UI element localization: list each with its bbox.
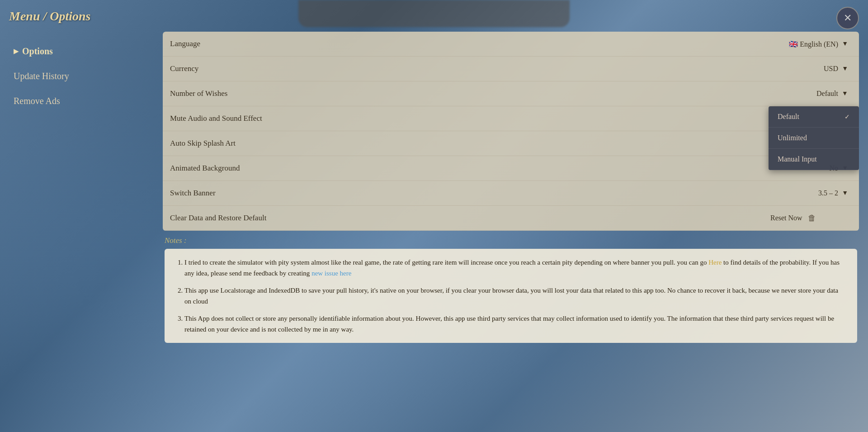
option-label-switch-banner: Switch Banner (170, 189, 770, 198)
option-row-auto-skip[interactable]: Auto Skip Splash Art (163, 131, 859, 156)
reset-now-text: Reset Now (770, 214, 802, 222)
option-value-clear-data[interactable]: Reset Now 🗑 (770, 214, 852, 223)
option-row-clear-data[interactable]: Clear Data and Restore Default Reset Now… (163, 206, 859, 231)
option-row-animated-bg[interactable]: Animated Background No ▼ (163, 156, 859, 181)
note-item-2: This app use Localstorage and IndexedDB … (184, 285, 846, 307)
options-rows-wrap: Language 🇬🇧 English (EN) ▼ Currency USD … (163, 32, 859, 231)
sidebar-label-options: Options (22, 46, 53, 57)
sidebar-arrow-options: ▶ (14, 47, 19, 55)
note-2-text: This app use Localstorage and IndexedDB … (184, 287, 838, 305)
note-1-link-new-issue[interactable]: new issue here (311, 270, 351, 277)
option-label-mute-audio: Mute Audio and Sound Effect (170, 114, 770, 123)
sidebar-item-remove-ads[interactable]: Remove Ads (5, 90, 149, 112)
number-of-wishes-dropdown-arrow: ▲ (842, 90, 848, 97)
note-1-link-here[interactable]: Here (708, 259, 722, 266)
option-label-clear-data: Clear Data and Restore Default (170, 214, 770, 223)
dropdown-item-unlimited[interactable]: Unlimited (769, 128, 859, 149)
dropdown-item-default-label: Default (778, 113, 799, 121)
currency-value-text: USD (824, 65, 838, 72)
option-row-number-of-wishes[interactable]: Number of Wishes Default ▲ Default ✓ Unl… (163, 81, 859, 106)
trash-icon: 🗑 (808, 214, 816, 223)
notes-box: I tried to create the simulator with pit… (165, 249, 857, 343)
close-icon: ✕ (844, 12, 852, 24)
option-label-auto-skip: Auto Skip Splash Art (170, 139, 770, 148)
option-label-animated-bg: Animated Background (170, 164, 770, 173)
options-panel: Language 🇬🇧 English (EN) ▼ Currency USD … (154, 32, 868, 432)
title-bar: Menu / Options (9, 9, 91, 24)
notes-list: I tried to create the simulator with pit… (175, 257, 846, 335)
dropdown-item-unlimited-label: Unlimited (778, 134, 807, 142)
dropdown-item-manual-input-label: Manual Input (778, 155, 817, 163)
option-value-currency[interactable]: USD ▼ (770, 65, 852, 73)
main-content: ▶ Options Update History Remove Ads Lang… (0, 32, 868, 432)
notes-section: Notes : I tried to create the simulator … (163, 236, 859, 343)
option-label-currency: Currency (170, 64, 770, 73)
number-of-wishes-dropdown-popup: Default ✓ Unlimited Manual Input (769, 106, 859, 170)
close-button[interactable]: ✕ (836, 7, 859, 29)
note-1-text-before: I tried to create the simulator with pit… (184, 259, 708, 266)
number-of-wishes-value-text: Default (816, 90, 838, 97)
page-title: Menu / Options (9, 9, 91, 24)
option-row-mute-audio[interactable]: Mute Audio and Sound Effect (163, 106, 859, 131)
note-item-1: I tried to create the simulator with pit… (184, 257, 846, 279)
sidebar: ▶ Options Update History Remove Ads (0, 32, 154, 432)
option-value-switch-banner[interactable]: 3.5 – 2 ▼ (770, 189, 852, 197)
option-row-language[interactable]: Language 🇬🇧 English (EN) ▼ (163, 32, 859, 57)
language-dropdown-arrow: ▼ (842, 40, 848, 47)
option-label-number-of-wishes: Number of Wishes (170, 89, 770, 98)
option-value-number-of-wishes[interactable]: Default ▲ (770, 90, 852, 98)
dropdown-item-default-check: ✓ (844, 113, 850, 121)
language-value-text: 🇬🇧 English (EN) (789, 40, 838, 48)
option-value-language[interactable]: 🇬🇧 English (EN) ▼ (770, 40, 852, 48)
notes-title: Notes : (165, 236, 857, 245)
sidebar-label-update-history: Update History (14, 71, 69, 81)
dropdown-item-manual-input[interactable]: Manual Input (769, 149, 859, 170)
switch-banner-dropdown-arrow: ▼ (842, 190, 848, 197)
currency-dropdown-arrow: ▼ (842, 65, 848, 72)
sidebar-item-update-history[interactable]: Update History (5, 66, 149, 87)
note-3-text: This App does not collect or store any p… (184, 315, 834, 333)
note-item-3: This App does not collect or store any p… (184, 313, 846, 335)
switch-banner-value-text: 3.5 – 2 (818, 189, 838, 197)
option-row-switch-banner[interactable]: Switch Banner 3.5 – 2 ▼ (163, 181, 859, 206)
sidebar-label-remove-ads: Remove Ads (14, 96, 60, 106)
option-row-currency[interactable]: Currency USD ▼ (163, 57, 859, 81)
option-label-language: Language (170, 39, 770, 48)
dropdown-item-default[interactable]: Default ✓ (769, 106, 859, 128)
sidebar-item-options[interactable]: ▶ Options (5, 41, 149, 62)
